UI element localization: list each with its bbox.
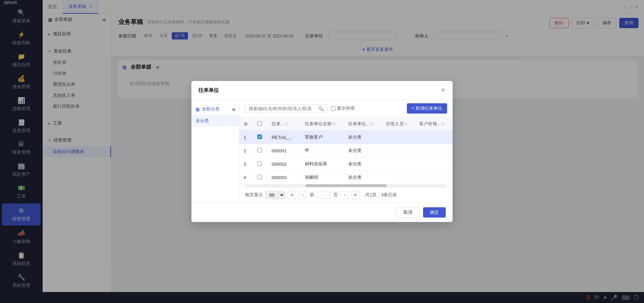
- table-row[interactable]: 3 000002 材料供应商 未分类: [240, 158, 453, 171]
- page-number-input[interactable]: 1: [317, 191, 331, 199]
- h-scrollbar-thumb: [306, 184, 386, 187]
- sort-icon-cat: ⇅: [370, 122, 374, 126]
- td-price: [415, 131, 453, 144]
- td-checkbox: [253, 158, 267, 171]
- td-price: [415, 171, 453, 184]
- modal-body: ▦ 全部分类 ◀ 未分类 🔍 显示停用: [191, 100, 453, 202]
- h-scrollbar[interactable]: [245, 184, 447, 187]
- td-category: 未分类: [344, 171, 381, 184]
- select-all-checkbox[interactable]: [257, 121, 262, 126]
- show-disabled-checkbox[interactable]: [331, 106, 335, 111]
- td-code: 000001: [267, 144, 301, 158]
- th-category: 往来单位...⇅: [344, 117, 381, 131]
- td-code: 000003: [267, 171, 301, 184]
- td-price: [415, 158, 453, 171]
- sidebar-collapse-icon[interactable]: ◀: [231, 106, 235, 112]
- page-label-pre: 第: [310, 192, 314, 198]
- total-label: 共1页，4条记录: [365, 192, 397, 198]
- all-category-label: 全部分类: [202, 106, 220, 112]
- modal-table: ⚙ 往来...⇅ 往来单位名称⇅ 往来单位...⇅ 分管人员⇅ 客户价格...⇅: [240, 117, 453, 184]
- search-icon: 🔍: [318, 106, 324, 111]
- td-name: 甲: [301, 144, 344, 158]
- overlay: 往来单位 ✕ ▦ 全部分类 ◀ 未分类 🔍: [0, 0, 644, 303]
- per-page-label: 每页显示: [245, 192, 263, 198]
- td-name: 材料供应商: [301, 158, 344, 171]
- td-checkbox: [253, 144, 267, 158]
- page-first-btn[interactable]: ⊲: [288, 191, 296, 199]
- td-num: 2: [240, 144, 253, 158]
- td-num: 3: [240, 158, 253, 171]
- td-checkbox: [253, 171, 267, 184]
- per-page-select[interactable]: 50 100: [266, 191, 285, 199]
- partner-modal: 往来单位 ✕ ▦ 全部分类 ◀ 未分类 🔍: [191, 81, 453, 222]
- td-manager: [382, 131, 415, 144]
- table-header-row: ⚙ 往来...⇅ 往来单位名称⇅ 往来单位...⇅ 分管人员⇅ 客户价格...⇅: [240, 117, 453, 131]
- settings-icon[interactable]: ⚙: [244, 121, 248, 127]
- modal-all-category[interactable]: ▦ 全部分类 ◀: [191, 103, 239, 115]
- td-checkbox: [253, 131, 267, 144]
- search-box: 🔍: [245, 104, 327, 113]
- show-disabled-label: 显示停用: [337, 105, 355, 112]
- table-row[interactable]: 1 RETAIL_... 零散客户 未分类: [240, 131, 453, 144]
- modal-sidebar-unclassified[interactable]: 未分类: [191, 115, 239, 127]
- show-disabled-checkbox-label[interactable]: 显示停用: [331, 105, 355, 112]
- page-prev-btn[interactable]: ‹: [299, 191, 307, 199]
- th-checkbox: [253, 117, 267, 131]
- td-price: [415, 144, 453, 158]
- unclassified-label: 未分类: [196, 118, 209, 123]
- modal-footer: 取消 确定: [191, 202, 453, 222]
- modal-pagination: 每页显示 50 100 ⊲ ‹ 第 1 页 › ⊳ 共1页，4条记录: [240, 187, 453, 202]
- th-name: 往来单位名称⇅: [301, 117, 344, 131]
- td-name: 张嗣得: [301, 171, 344, 184]
- td-category: 未分类: [344, 131, 381, 144]
- modal-title: 往来单位: [198, 87, 219, 94]
- row-checkbox[interactable]: [257, 175, 262, 179]
- th-price: 客户价格...⇅: [415, 117, 453, 131]
- cancel-button[interactable]: 取消: [396, 207, 420, 218]
- td-name: 零散客户: [301, 131, 344, 144]
- th-code: 往来...⇅: [267, 117, 301, 131]
- td-manager: [382, 171, 415, 184]
- sort-icon-name: ⇅: [332, 122, 335, 126]
- modal-content: 🔍 显示停用 + 新增往来单位 ⚙: [240, 100, 453, 202]
- th-settings: ⚙: [240, 117, 253, 131]
- confirm-button[interactable]: 确定: [423, 207, 446, 218]
- sort-icon-price: ⇅: [442, 122, 445, 126]
- modal-toolbar: 🔍 显示停用 + 新增往来单位: [240, 100, 453, 117]
- sort-icon-code: ⇅: [285, 122, 288, 126]
- td-category: 未分类: [344, 144, 381, 158]
- td-manager: [382, 144, 415, 158]
- add-partner-button[interactable]: + 新增往来单位: [407, 103, 447, 114]
- table-row[interactable]: 2 000001 甲 未分类: [240, 144, 453, 158]
- page-label-post: 页: [333, 192, 338, 198]
- td-code: 000002: [267, 158, 301, 171]
- row-checkbox[interactable]: [257, 135, 262, 139]
- sort-icon-mgr: ⇅: [404, 122, 408, 126]
- page-next-btn[interactable]: ›: [341, 191, 349, 199]
- row-checkbox[interactable]: [257, 148, 262, 152]
- td-manager: [382, 158, 415, 171]
- td-num: 4: [240, 171, 253, 184]
- modal-close-button[interactable]: ✕: [441, 86, 446, 94]
- page-last-btn[interactable]: ⊳: [352, 191, 360, 199]
- modal-header: 往来单位 ✕: [191, 81, 453, 100]
- search-input[interactable]: [249, 106, 316, 111]
- table-row[interactable]: 4 000003 张嗣得 未分类: [240, 171, 453, 184]
- th-manager: 分管人员⇅: [382, 117, 415, 131]
- td-num: 1: [240, 131, 253, 144]
- grid-icon-modal: ▦: [196, 107, 200, 112]
- td-category: 未分类: [344, 158, 381, 171]
- partner-table: ⚙ 往来...⇅ 往来单位名称⇅ 往来单位...⇅ 分管人员⇅ 客户价格...⇅: [240, 117, 453, 184]
- td-code: RETAIL_...: [267, 131, 301, 144]
- modal-sidebar: ▦ 全部分类 ◀ 未分类: [191, 100, 240, 202]
- row-checkbox[interactable]: [257, 161, 262, 166]
